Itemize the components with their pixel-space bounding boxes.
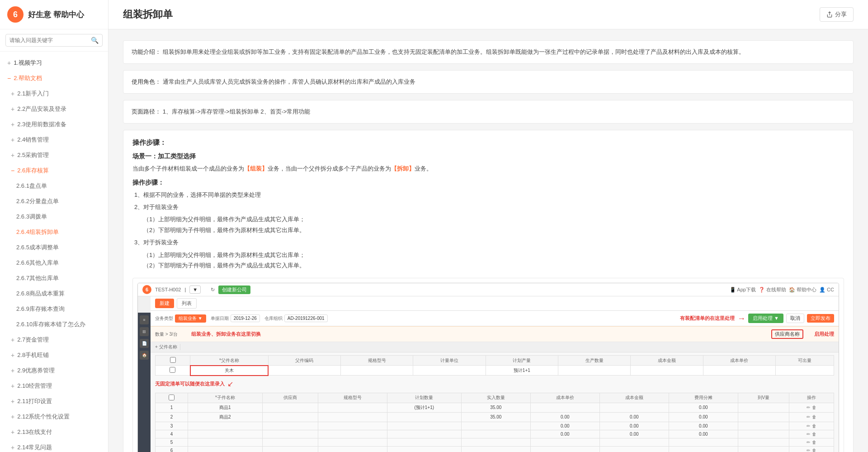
role-block: 使用角色： 通常由生产人员或库管人员完成拆装业务的操作，库管人员确认原材料的出库… bbox=[123, 70, 854, 94]
td-prod-qty bbox=[558, 366, 631, 376]
help-center-icon[interactable]: 🏠 帮助中心 bbox=[789, 286, 816, 293]
td-parent-name[interactable]: 关木 bbox=[190, 366, 269, 376]
delete-icon[interactable]: 🗑 bbox=[812, 405, 816, 410]
sidebar-item-docs[interactable]: − 2.帮助文档 bbox=[0, 71, 108, 86]
ltd-name bbox=[188, 422, 263, 430]
expand-icon: + bbox=[11, 105, 14, 113]
app-main-content: 新建 列表 业务类型 组装业务 ▼ bbox=[151, 296, 839, 452]
share-icon bbox=[826, 11, 833, 18]
row-checkbox[interactable] bbox=[170, 367, 175, 373]
user-icon[interactable]: 👤 CC bbox=[819, 287, 834, 293]
edit-icon[interactable]: ✏ bbox=[807, 405, 810, 410]
divider bbox=[180, 344, 180, 350]
edit-icon[interactable]: ✏ bbox=[807, 414, 810, 419]
share-button[interactable]: 分享 bbox=[820, 7, 854, 22]
sidebar-item-newbie[interactable]: + 2.1新手入门 bbox=[0, 86, 108, 101]
sidebar-icon-2[interactable]: ⊞ bbox=[140, 327, 149, 336]
org-value[interactable]: AD-20191226-001 bbox=[284, 314, 328, 322]
step3-title: 3、对于拆装业务 bbox=[132, 237, 844, 247]
app-dropdown[interactable]: ▼ bbox=[189, 285, 201, 294]
lth-actual-qty: 实入数量 bbox=[461, 393, 530, 403]
ltd-plan-qty: (预计1+1) bbox=[387, 403, 461, 412]
delete-icon[interactable]: 🗑 bbox=[812, 423, 816, 428]
logo-icon: 6 bbox=[7, 6, 24, 23]
sidebar-item-sysconfig[interactable]: + 2.12系统个性化设置 bbox=[0, 409, 108, 424]
sidebar-item-install[interactable]: + 2.2产品安装及登录 bbox=[0, 101, 108, 117]
edit-icon[interactable]: ✏ bbox=[807, 432, 810, 437]
ltd-seq: 3 bbox=[156, 422, 188, 430]
lth-v-qty: 到V量 bbox=[738, 393, 789, 403]
sidebar-item-stocktake[interactable]: 2.6.1盘点单 bbox=[0, 178, 108, 194]
sidebar-item-costcalc[interactable]: 2.6.8商品成本重算 bbox=[0, 286, 108, 301]
ltd-ops: ✏🗑 bbox=[789, 430, 834, 438]
th-prod-qty: 生产数量 bbox=[558, 356, 631, 366]
date-value[interactable]: 2019-12-26 bbox=[231, 314, 260, 322]
sidebar-item-print[interactable]: + 2.11打印设置 bbox=[0, 394, 108, 409]
sidebar-item-faq[interactable]: + 2.14常见问题 bbox=[0, 440, 108, 452]
sidebar-item-stockerror[interactable]: 2.6.10库存账本错了怎么办 bbox=[0, 317, 108, 332]
lower-select-all[interactable] bbox=[169, 395, 175, 400]
expand-icon: + bbox=[7, 59, 11, 67]
confirm-btn[interactable]: 立即发布 bbox=[807, 314, 834, 323]
sidebar-item-purchase[interactable]: + 2.5采购管理 bbox=[0, 147, 108, 163]
ltd-cost-price: 0.00 bbox=[530, 422, 599, 430]
list-tab[interactable]: 列表 bbox=[177, 298, 197, 309]
sidebar-icon-3[interactable]: 📄 bbox=[140, 339, 149, 348]
new-tab[interactable]: 新建 bbox=[155, 299, 174, 308]
activate-annotation: 启用处理 bbox=[814, 331, 834, 338]
sidebar-item-coupon[interactable]: + 2.9优惠券管理 bbox=[0, 363, 108, 378]
ltd-plan-qty bbox=[387, 412, 461, 422]
ops-section: 操作步骤： 场景一：加工类型选择 当由多个子件材料组装成一个成品的业务为【组装】… bbox=[123, 130, 854, 452]
ltd-v-qty bbox=[738, 412, 789, 422]
select-all-checkbox[interactable] bbox=[170, 357, 176, 363]
business-type-value[interactable]: 组装业务 ▼ bbox=[175, 314, 206, 323]
delete-icon[interactable]: 🗑 bbox=[812, 432, 816, 437]
sidebar-item-capital[interactable]: + 2.7资金管理 bbox=[0, 332, 108, 347]
sidebar-item-prepare[interactable]: + 2.3使用前数据准备 bbox=[0, 117, 108, 132]
sidebar-item-assemble[interactable]: 2.6.4组装拆卸单 bbox=[0, 224, 108, 240]
sidebar-item-otherin[interactable]: 2.6.6其他入库单 bbox=[0, 255, 108, 271]
delete-icon[interactable]: 🗑 bbox=[812, 440, 816, 445]
expand-icon: + bbox=[11, 352, 14, 359]
page-title: 组装拆卸单 bbox=[123, 8, 173, 21]
upper-table: *父件名称 父件编码 规格型号 计量单位 计划产量 生产数量 成本金额 bbox=[155, 355, 834, 376]
sidebar-item-subdiv[interactable]: 2.6.2分量盘点单 bbox=[0, 194, 108, 209]
ltd-spec bbox=[318, 412, 387, 422]
sidebar-icon-4[interactable]: 🏠 bbox=[140, 351, 149, 360]
expand-icon: + bbox=[11, 428, 14, 436]
sidebar-item-otherout[interactable]: 2.6.7其他出库单 bbox=[0, 271, 108, 286]
sidebar-icon-1[interactable]: ≡ bbox=[140, 315, 149, 324]
delete-icon[interactable]: 🗑 bbox=[812, 448, 816, 452]
ltd-seq: 6 bbox=[156, 446, 188, 452]
th-unit: 计量单位 bbox=[413, 356, 486, 366]
th-spec: 规格型号 bbox=[340, 356, 413, 366]
sidebar-item-mobile[interactable]: + 2.8手机旺铺 bbox=[0, 347, 108, 363]
sidebar-item-ops[interactable]: + 2.10经营管理 bbox=[0, 378, 108, 394]
sidebar-item-video[interactable]: + 1.视频学习 bbox=[0, 55, 108, 71]
cancel-btn[interactable]: 取消 bbox=[786, 314, 804, 323]
activate-area: 供应商名称 启用处理 bbox=[771, 329, 834, 339]
delete-icon[interactable]: 🗑 bbox=[812, 414, 816, 419]
app-download-icon[interactable]: 📱 App下载 bbox=[730, 286, 756, 293]
activate-button[interactable]: 启用处理 ▼ bbox=[748, 314, 783, 323]
org-input[interactable]: 供应商名称 bbox=[771, 329, 803, 339]
sidebar-item-costadjust[interactable]: 2.6.5成本调整单 bbox=[0, 240, 108, 255]
sidebar-item-stockquery[interactable]: 2.6.9库存账本查询 bbox=[0, 301, 108, 317]
sidebar-item-transfer[interactable]: 2.6.3调拨单 bbox=[0, 209, 108, 224]
app-tab-bar: 新建 列表 bbox=[151, 296, 839, 311]
path-block: 页面路径： 1、库存核算->库存管理->组装拆卸单 2、首页->常用功能 bbox=[123, 100, 854, 124]
edit-icon[interactable]: ✏ bbox=[807, 448, 810, 452]
sidebar-item-sales[interactable]: + 2.4销售管理 bbox=[0, 132, 108, 147]
search-input[interactable] bbox=[9, 37, 91, 43]
new-company-button[interactable]: 创建新公司 bbox=[218, 285, 250, 294]
edit-icon[interactable]: ✏ bbox=[807, 423, 810, 428]
ltd-ops: ✏🗑 bbox=[789, 412, 834, 422]
sidebar-item-inventory[interactable]: − 2.6库存核算 bbox=[0, 163, 108, 178]
app-icon-refresh[interactable]: ↻ bbox=[211, 287, 215, 293]
app-title: 好生意 帮助中心 bbox=[28, 10, 84, 20]
sidebar-item-payment[interactable]: + 2.13在线支付 bbox=[0, 424, 108, 440]
search-button[interactable]: 🔍 bbox=[91, 37, 99, 44]
edit-icon[interactable]: ✏ bbox=[807, 440, 810, 445]
free-input-annotation-area: 无固定清单可以随便在这里录入 ↙ bbox=[151, 379, 839, 389]
online-help-icon[interactable]: ❓ 在线帮助 bbox=[759, 286, 786, 293]
